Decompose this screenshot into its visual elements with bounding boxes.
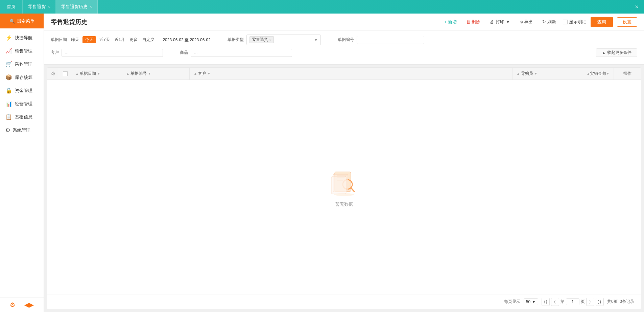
table-area: ⚙ ▲ 单据日期 ▼ ▲ 单据编号 ▼ ▲ 客户 ▼ <box>47 67 641 309</box>
select-all-checkbox[interactable] <box>63 71 68 76</box>
page-next-button[interactable]: ⟩ <box>586 298 594 306</box>
sidebar-item-inventory-label: 库存核算 <box>15 74 32 81</box>
top-bar-right: × <box>635 3 644 10</box>
empty-text: 暂无数据 <box>335 201 353 207</box>
quick-nav-icon: ⚡ <box>5 35 12 41</box>
filter-docno-item: 单据编号 <box>338 36 424 44</box>
refresh-button[interactable]: ↻ 刷新 <box>540 18 559 26</box>
th-docno-sort-asc[interactable]: ▲ <box>126 72 129 75</box>
page-actions: + 新增 🗑 删除 🖨 打印 ▼ ⊙ 导出 ↻ 刷新 显示明细 <box>441 17 637 27</box>
export-label: ⊙ 导出 <box>520 19 533 25</box>
th-guide: ▲ 导购员 ▼ <box>512 68 573 80</box>
th-guide-sort-asc[interactable]: ▲ <box>517 72 520 75</box>
sidebar-item-operations-label: 经营管理 <box>15 101 32 107</box>
th-amount-label: 实销金额 <box>590 71 606 76</box>
sidebar-bottom: ⚙ ◀▶ <box>0 297 44 312</box>
page-number-input[interactable] <box>566 298 579 305</box>
sales-icon: 📈 <box>5 48 12 54</box>
print-button[interactable]: 🖨 打印 ▼ <box>487 18 513 26</box>
collapse-button[interactable]: ▲ 收起更多条件 <box>596 48 637 57</box>
export-button[interactable]: ⊙ 导出 <box>517 18 536 26</box>
sidebar-search-label: 搜索菜单 <box>17 18 34 24</box>
empty-illustration <box>327 167 361 197</box>
refresh-label: ↻ 刷新 <box>542 19 556 25</box>
date-opt-custom[interactable]: 自定义 <box>141 36 156 43</box>
th-docno-sort-desc[interactable]: ▼ <box>148 72 151 75</box>
per-page-value: 50 <box>526 299 530 304</box>
date-filter-label: 单据日期 <box>51 37 67 43</box>
sidebar-item-quick-nav[interactable]: ⚡ 快捷导航 <box>0 31 44 44</box>
query-button[interactable]: 查询 <box>591 17 613 27</box>
sidebar-item-finance[interactable]: 🔒 资金管理 <box>0 84 44 97</box>
page-last-button[interactable]: ⟩⟩ <box>596 298 604 306</box>
sidebar-item-sales-label: 销售管理 <box>15 48 32 54</box>
date-opt-more[interactable]: 更多 <box>128 36 139 43</box>
sidebar-item-purchase[interactable]: 🛒 采购管理 <box>0 58 44 71</box>
purchase-icon: 🛒 <box>5 61 12 67</box>
tab-retail-return-history[interactable]: 零售退货历史 × <box>56 0 98 14</box>
sidebar-item-basic-info[interactable]: 📋 基础信息 <box>0 110 44 124</box>
th-date-label: 单据日期 <box>80 71 96 76</box>
sidebar-item-inventory[interactable]: 📦 库存核算 <box>0 71 44 84</box>
docno-filter-input[interactable] <box>357 36 424 44</box>
sidebar-item-sales[interactable]: 📈 销售管理 <box>0 44 44 58</box>
th-actions-label: 操作 <box>623 71 631 76</box>
tab-retail-return-close[interactable]: × <box>48 4 50 9</box>
type-filter-tag-text: 零售退货 <box>252 37 268 43</box>
per-page-select[interactable]: 50 ▼ <box>524 298 538 305</box>
th-date-sort-asc[interactable]: ▲ <box>75 72 79 75</box>
sidebar-settings-button[interactable]: ⚙ <box>10 301 15 309</box>
filter-type-item: 单据类型 零售退货 × ▼ <box>228 35 321 45</box>
sidebar-item-operations[interactable]: 📊 经营管理 <box>0 97 44 110</box>
filter-row-2: 客户 … 商品 … ▲ 收起更多条件 <box>51 48 637 57</box>
sidebar-volume-button[interactable]: ◀▶ <box>24 301 34 309</box>
customer-filter-select[interactable]: … <box>62 49 163 57</box>
table-settings-icon[interactable]: ⚙ <box>47 68 59 80</box>
th-amount: ▲ 实销金额 ▼ <box>573 68 614 80</box>
top-nav-bar: 首页 零售退货 × 零售退货历史 × × <box>0 0 644 14</box>
type-filter-select[interactable]: 零售退货 × ▼ <box>246 35 321 45</box>
th-customer-sort-asc[interactable]: ▲ <box>194 72 197 75</box>
th-customer-sort-desc[interactable]: ▼ <box>207 72 211 75</box>
goods-filter-select[interactable]: … <box>191 49 292 57</box>
date-opt-today[interactable]: 今天 <box>82 36 96 43</box>
window-close-button[interactable]: × <box>635 3 639 10</box>
date-opt-7days[interactable]: 近7天 <box>98 36 111 43</box>
filter-date-item: 单据日期 昨天 今天 近7天 近1月 更多 自定义 <box>51 36 156 43</box>
th-amount-sort-desc[interactable]: ▼ <box>606 72 610 75</box>
th-date-sort-desc[interactable]: ▼ <box>97 72 100 75</box>
tab-retail-return[interactable]: 零售退货 × <box>23 0 56 14</box>
filter-row-1: 单据日期 昨天 今天 近7天 近1月 更多 自定义 2023-06-02 至 2… <box>51 35 637 45</box>
svg-line-6 <box>351 188 354 192</box>
settings-button[interactable]: 设置 <box>617 17 637 27</box>
per-page-label: 每页显示 <box>504 299 520 305</box>
th-customer-label: 客户 <box>198 71 206 76</box>
tab-home-label: 首页 <box>7 4 16 10</box>
goods-filter-label: 商品 <box>180 50 188 55</box>
date-opt-1month[interactable]: 近1月 <box>113 36 126 43</box>
date-options: 昨天 今天 近7天 近1月 更多 自定义 <box>70 36 156 43</box>
search-icon: 🔍 <box>9 19 15 24</box>
finance-icon: 🔒 <box>5 87 12 94</box>
tab-retail-return-history-close[interactable]: × <box>90 4 92 9</box>
collapse-icon: ▲ <box>602 50 606 55</box>
page-first-button[interactable]: ⟨⟨ <box>542 298 550 306</box>
sidebar-nav: ⚡ 快捷导航 📈 销售管理 🛒 采购管理 📦 库存核算 🔒 资金管理 📊 <box>0 28 44 297</box>
new-button[interactable]: + 新增 <box>441 18 459 26</box>
new-label: + 新增 <box>444 19 456 25</box>
page-prev-button[interactable]: ⟨ <box>551 298 559 306</box>
show-detail-label[interactable]: 显示明细 <box>563 19 587 25</box>
content-area: 零售退货历史 + 新增 🗑 删除 🖨 打印 ▼ ⊙ 导出 ↻ 刷新 <box>44 14 644 312</box>
date-opt-yesterday[interactable]: 昨天 <box>70 36 80 43</box>
th-docno: ▲ 单据编号 ▼ <box>122 68 190 80</box>
th-guide-sort-desc[interactable]: ▼ <box>534 72 538 75</box>
type-filter-tag-close[interactable]: × <box>269 38 271 42</box>
th-amount-sort-asc[interactable]: ▲ <box>587 72 590 75</box>
table-select-all[interactable] <box>59 68 71 80</box>
show-detail-checkbox[interactable] <box>563 20 568 24</box>
delete-label: 🗑 删除 <box>466 19 481 25</box>
tab-home[interactable]: 首页 <box>0 0 23 14</box>
delete-button[interactable]: 🗑 删除 <box>463 18 483 26</box>
sidebar-item-system[interactable]: ⚙ 系统管理 <box>0 124 44 137</box>
sidebar-search[interactable]: 🔍 搜索菜单 <box>0 14 44 28</box>
